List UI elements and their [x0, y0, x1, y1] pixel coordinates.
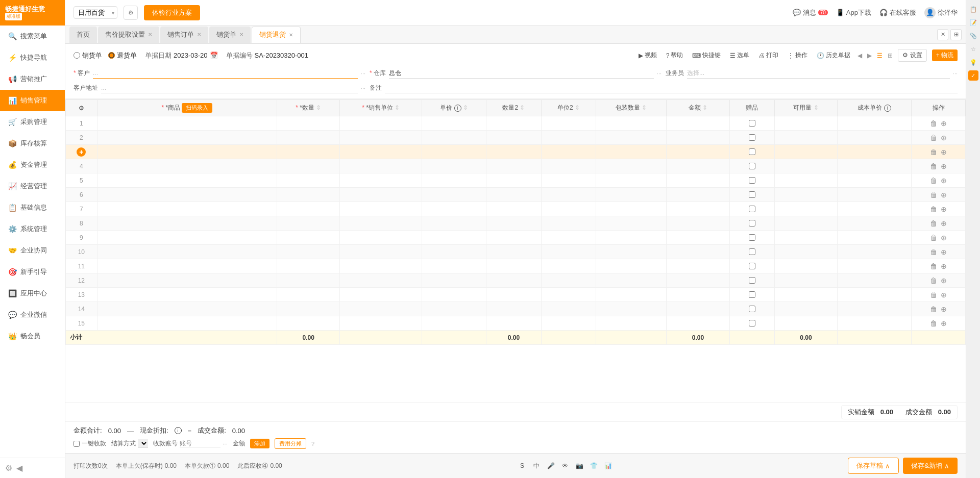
- rp-btn-6[interactable]: ✓: [968, 70, 978, 81]
- available-cell-10[interactable]: [774, 245, 837, 259]
- unit-cell-11[interactable]: [340, 259, 422, 273]
- sidebar-item-inventory[interactable]: 📦库存核算: [0, 133, 65, 154]
- delete-row-9[interactable]: 🗑: [929, 234, 938, 242]
- price-cell-8[interactable]: [422, 216, 486, 231]
- price-cell-3[interactable]: [422, 145, 486, 159]
- amount-cell-15[interactable]: [667, 316, 729, 331]
- amount-cell-11[interactable]: [667, 259, 729, 273]
- sidebar-item-member[interactable]: 👑畅会员: [0, 325, 65, 347]
- qty2-cell-9[interactable]: [486, 231, 542, 245]
- pack-cell-14[interactable]: [596, 302, 667, 316]
- gift-cell-3[interactable]: [729, 145, 774, 159]
- unit2-cell-10[interactable]: [541, 245, 596, 259]
- footer-help-icon[interactable]: ?: [311, 441, 314, 447]
- available-cell-12[interactable]: [774, 273, 837, 288]
- unit2-cell-8[interactable]: [541, 216, 596, 231]
- prev-record-icon[interactable]: ◀: [857, 52, 862, 59]
- available-cell-3[interactable]: [774, 145, 837, 159]
- available-cell-15[interactable]: [774, 316, 837, 331]
- delete-row-13[interactable]: 🗑: [929, 291, 938, 299]
- qty-cell-15[interactable]: [277, 316, 340, 331]
- gift-cell-2[interactable]: [729, 131, 774, 145]
- qty-cell-12[interactable]: [277, 273, 340, 288]
- tab-price-settings[interactable]: 售价提取设置✕: [98, 27, 159, 43]
- address-input[interactable]: [101, 83, 358, 93]
- one-click-pay-checkbox[interactable]: [74, 441, 80, 447]
- rp-btn-5[interactable]: 💡: [968, 57, 978, 67]
- sidebar-item-purchase[interactable]: 🛒采购管理: [0, 111, 65, 133]
- gift-checkbox-8[interactable]: [749, 220, 755, 227]
- gift-checkbox-5[interactable]: [749, 177, 755, 184]
- col-sep-unit[interactable]: ⇕: [395, 104, 400, 111]
- unit2-cell-3[interactable]: [541, 145, 596, 159]
- cost-cell-7[interactable]: [838, 202, 912, 216]
- unit2-cell-14[interactable]: [541, 302, 596, 316]
- qty-cell-1[interactable]: [277, 116, 340, 131]
- sidebar-settings-icon[interactable]: ⚙: [5, 463, 12, 473]
- bottom-tool-1[interactable]: S: [516, 460, 528, 472]
- delete-row-15[interactable]: 🗑: [929, 319, 938, 328]
- th-settings[interactable]: ⚙: [66, 100, 97, 116]
- cost-cell-4[interactable]: [838, 159, 912, 173]
- unit2-cell-15[interactable]: [541, 316, 596, 331]
- sidebar-collapse-icon[interactable]: ◀: [16, 463, 22, 473]
- sidebar-item-enterprise[interactable]: 🤝企业协同: [0, 240, 65, 261]
- unit-cell-10[interactable]: [340, 245, 422, 259]
- qty-cell-3[interactable]: [277, 145, 340, 159]
- gift-checkbox-9[interactable]: [749, 234, 755, 241]
- copy-row-13[interactable]: ⊕: [940, 291, 948, 299]
- available-cell-14[interactable]: [774, 302, 837, 316]
- price-cell-6[interactable]: [422, 188, 486, 202]
- qty-cell-13[interactable]: [277, 288, 340, 302]
- unit2-cell-9[interactable]: [541, 231, 596, 245]
- cost-cell-9[interactable]: [838, 231, 912, 245]
- pack-cell-5[interactable]: [596, 173, 667, 188]
- product-cell-4[interactable]: [97, 159, 277, 173]
- unit-cell-1[interactable]: [340, 116, 422, 131]
- save-new-button[interactable]: 保存&新增 ∧: [903, 458, 958, 474]
- cost-cell-2[interactable]: [838, 131, 912, 145]
- tab-sales-delivery[interactable]: 销货单✕: [209, 27, 251, 43]
- cash-discount-info-icon[interactable]: i: [175, 427, 182, 434]
- delete-row-12[interactable]: 🗑: [929, 276, 938, 285]
- unit-cell-2[interactable]: [340, 131, 422, 145]
- copy-row-14[interactable]: ⊕: [940, 305, 948, 313]
- unit-cell-13[interactable]: [340, 288, 422, 302]
- gift-checkbox-14[interactable]: [749, 306, 755, 312]
- rp-btn-4[interactable]: ☆: [968, 44, 978, 54]
- col-sep-available[interactable]: ⇕: [814, 104, 819, 111]
- add-logistics-button[interactable]: + 物流: [932, 49, 958, 61]
- pack-cell-3[interactable]: [596, 145, 667, 159]
- product-cell-12[interactable]: [97, 273, 277, 288]
- product-cell-11[interactable]: [97, 259, 277, 273]
- operate-btn[interactable]: ⋮ 操作: [786, 50, 810, 61]
- gift-checkbox-10[interactable]: [749, 248, 755, 255]
- qty2-cell-7[interactable]: [486, 202, 542, 216]
- col-sep-pack[interactable]: ⇕: [642, 104, 647, 111]
- available-cell-2[interactable]: [774, 131, 837, 145]
- qty-cell-2[interactable]: [277, 131, 340, 145]
- user-item[interactable]: 👤 徐泽华: [924, 7, 958, 18]
- unit2-cell-4[interactable]: [541, 159, 596, 173]
- product-cell-15[interactable]: [97, 316, 277, 331]
- col-sep-quantity[interactable]: ⇕: [316, 104, 321, 111]
- unit-cell-12[interactable]: [340, 273, 422, 288]
- price-cell-7[interactable]: [422, 202, 486, 216]
- rp-btn-2[interactable]: 📝: [968, 17, 978, 28]
- calendar-icon[interactable]: 📅: [210, 52, 218, 59]
- customer-more-icon[interactable]: ···: [361, 70, 365, 77]
- qty2-cell-10[interactable]: [486, 245, 542, 259]
- amount-cell-2[interactable]: [667, 131, 729, 145]
- notification-item[interactable]: 💬 消息 70: [793, 8, 828, 17]
- qty-cell-9[interactable]: [277, 231, 340, 245]
- next-record-icon[interactable]: ▶: [867, 52, 872, 59]
- cost-cell-6[interactable]: [838, 188, 912, 202]
- unit-cell-15[interactable]: [340, 316, 422, 331]
- gift-cell-5[interactable]: [729, 173, 774, 188]
- save-draft-button[interactable]: 保存草稿 ∧: [848, 458, 899, 474]
- tab-sales-return[interactable]: 销货退货✕: [252, 27, 301, 43]
- price-cell-11[interactable]: [422, 259, 486, 273]
- delete-row-10[interactable]: 🗑: [929, 248, 938, 256]
- delete-row-14[interactable]: 🗑: [929, 305, 938, 313]
- pack-cell-11[interactable]: [596, 259, 667, 273]
